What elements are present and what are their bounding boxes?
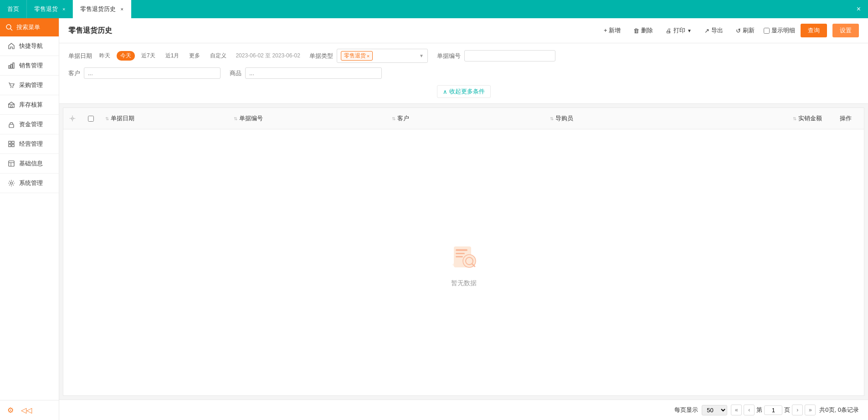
table-settings-icon[interactable] bbox=[63, 113, 82, 124]
select-all-checkbox[interactable] bbox=[88, 116, 94, 122]
filter-area: 单据日期 昨天 今天 近7天 近1月 bbox=[59, 43, 868, 104]
tab-home[interactable]: 首页 bbox=[0, 0, 27, 18]
delete-icon: 🗑 bbox=[633, 27, 639, 34]
window-close-button[interactable]: × bbox=[849, 5, 868, 13]
date-btn-1month[interactable]: 近1月 bbox=[162, 51, 183, 61]
toolbar: + 新增 🗑 删除 🖨 打印 ▼ ↗ 导出 ↺ 刷新 bbox=[600, 24, 859, 37]
sidebar-item-basic-label: 基础信息 bbox=[19, 159, 43, 168]
query-button-label: 查询 bbox=[808, 27, 820, 34]
type-filter-arrow: ▼ bbox=[419, 53, 424, 58]
svg-rect-10 bbox=[9, 141, 11, 143]
page-number-input[interactable] bbox=[764, 405, 782, 415]
sidebar-item-operations[interactable]: 经营管理 bbox=[0, 134, 59, 154]
last-page-button[interactable]: » bbox=[805, 405, 816, 415]
svg-rect-21 bbox=[456, 249, 467, 251]
svg-rect-13 bbox=[12, 144, 14, 147]
collapse-wrapper: ∧ 收起更多条件 bbox=[68, 83, 859, 98]
sidebar-item-inventory[interactable]: 库存核算 bbox=[0, 95, 59, 115]
tab-retail-return-history-close[interactable]: × bbox=[120, 6, 123, 12]
th-action: 操作 bbox=[827, 112, 864, 125]
tab-retail-return[interactable]: 零售退货 × bbox=[27, 0, 73, 18]
page-prefix-label: 第 bbox=[756, 406, 762, 414]
sidebar-bottom: ⚙ ◁◁ bbox=[0, 400, 59, 420]
first-page-button[interactable]: « bbox=[731, 405, 742, 415]
sidebar-item-system[interactable]: 系统管理 bbox=[0, 174, 59, 193]
warehouse-icon bbox=[7, 101, 15, 109]
th-guide-sort-icon[interactable]: ⇅ bbox=[550, 116, 554, 121]
prev-page-button[interactable]: ‹ bbox=[744, 405, 755, 415]
th-customer-label: 客户 bbox=[397, 114, 409, 123]
delete-button[interactable]: 🗑 删除 bbox=[630, 25, 657, 36]
type-filter-tag-close[interactable]: × bbox=[367, 53, 370, 59]
date-btn-more-label: 更多 bbox=[189, 52, 200, 59]
show-detail-checkbox[interactable] bbox=[764, 28, 770, 34]
collapse-icon: ∧ bbox=[443, 88, 447, 95]
operations-icon bbox=[7, 140, 15, 148]
sidebar-item-finance[interactable]: 资金管理 bbox=[0, 115, 59, 134]
svg-rect-14 bbox=[9, 161, 14, 166]
new-button[interactable]: + 新增 bbox=[600, 25, 624, 36]
svg-point-6 bbox=[12, 87, 13, 88]
next-page-button[interactable]: › bbox=[792, 405, 803, 415]
date-btn-custom[interactable]: 自定义 bbox=[206, 51, 230, 61]
collapse-button[interactable]: ∧ 收起更多条件 bbox=[437, 85, 491, 98]
th-num-sort-icon[interactable]: ⇅ bbox=[234, 116, 237, 121]
setting-button[interactable]: 设置 bbox=[832, 24, 859, 37]
sidebar-item-basic[interactable]: 基础信息 bbox=[0, 154, 59, 174]
svg-rect-12 bbox=[9, 144, 11, 147]
th-date-sort-icon[interactable]: ⇅ bbox=[105, 116, 109, 121]
customer-filter-input[interactable] bbox=[84, 67, 221, 79]
sidebar-audio-icon[interactable]: ◁◁ bbox=[21, 406, 32, 415]
tab-retail-return-history[interactable]: 零售退货历史 × bbox=[73, 0, 131, 18]
voucher-filter-input[interactable] bbox=[464, 50, 555, 61]
type-filter-select[interactable]: 零售退货 × ▼ bbox=[337, 49, 428, 63]
th-customer-sort-icon[interactable]: ⇅ bbox=[392, 116, 395, 121]
top-bar: 首页 零售退货 × 零售退货历史 × × bbox=[0, 0, 868, 18]
svg-line-1 bbox=[10, 29, 12, 31]
filter-row-2: 客户 商品 bbox=[68, 67, 859, 79]
svg-rect-4 bbox=[13, 63, 14, 68]
main-layout: 搜索菜单 快捷导航 销售管理 bbox=[0, 18, 868, 420]
date-btn-yesterday[interactable]: 昨天 bbox=[96, 51, 114, 61]
date-filter-options: 昨天 今天 近7天 近1月 更多 bbox=[96, 51, 230, 61]
sidebar-item-quick-nav[interactable]: 快捷导航 bbox=[0, 36, 59, 56]
voucher-filter-label: 单据编号 bbox=[437, 52, 461, 60]
th-amount-sort-icon[interactable]: ⇅ bbox=[793, 116, 796, 121]
goods-filter-input[interactable] bbox=[245, 67, 382, 79]
date-btn-yesterday-label: 昨天 bbox=[99, 52, 110, 59]
svg-rect-8 bbox=[10, 106, 12, 108]
goods-filter-label: 商品 bbox=[230, 69, 241, 77]
sidebar-item-purchase[interactable]: 采购管理 bbox=[0, 76, 59, 95]
th-action-label: 操作 bbox=[840, 114, 852, 123]
per-page-select[interactable]: 50 10 20 100 bbox=[702, 405, 727, 415]
customer-filter-group: 客户 bbox=[68, 67, 221, 79]
content-area: 零售退货历史 + 新增 🗑 删除 🖨 打印 ▼ ↗ 导出 bbox=[59, 18, 868, 420]
th-spacer bbox=[673, 116, 782, 121]
type-filter-tag-value: 零售退货 bbox=[344, 52, 366, 60]
th-num-label: 单据编号 bbox=[239, 114, 263, 123]
data-table: ⇅ 单据日期 ⇅ 单据编号 ⇅ 客户 ⇅ 导购员 ⇅ 实销 bbox=[63, 108, 864, 396]
svg-rect-2 bbox=[9, 66, 10, 68]
th-amount: ⇅ 实销金额 bbox=[782, 112, 827, 125]
query-button[interactable]: 查询 bbox=[801, 24, 827, 37]
sidebar-search[interactable]: 搜索菜单 bbox=[0, 18, 59, 36]
sidebar-settings-icon[interactable]: ⚙ bbox=[7, 406, 14, 415]
tab-retail-return-close[interactable]: × bbox=[62, 6, 65, 12]
sidebar-search-label: 搜索菜单 bbox=[16, 23, 40, 31]
svg-point-18 bbox=[72, 118, 73, 119]
date-btn-more[interactable]: 更多 bbox=[185, 51, 204, 61]
date-btn-today[interactable]: 今天 bbox=[117, 51, 135, 61]
home-icon bbox=[7, 42, 15, 50]
print-button[interactable]: 🖨 打印 ▼ bbox=[662, 25, 695, 36]
print-icon: 🖨 bbox=[666, 27, 672, 34]
refresh-button[interactable]: ↺ 刷新 bbox=[732, 25, 758, 36]
print-dropdown-icon: ▼ bbox=[687, 28, 692, 33]
empty-icon bbox=[446, 237, 482, 274]
search-icon bbox=[5, 24, 13, 31]
sidebar-item-sales[interactable]: 销售管理 bbox=[0, 56, 59, 76]
export-icon: ↗ bbox=[704, 27, 709, 34]
date-btn-7days[interactable]: 近7天 bbox=[138, 51, 159, 61]
export-button[interactable]: ↗ 导出 bbox=[701, 25, 727, 36]
content-header: 零售退货历史 + 新增 🗑 删除 🖨 打印 ▼ ↗ 导出 bbox=[59, 18, 868, 43]
table-checkbox-all[interactable] bbox=[82, 113, 100, 124]
